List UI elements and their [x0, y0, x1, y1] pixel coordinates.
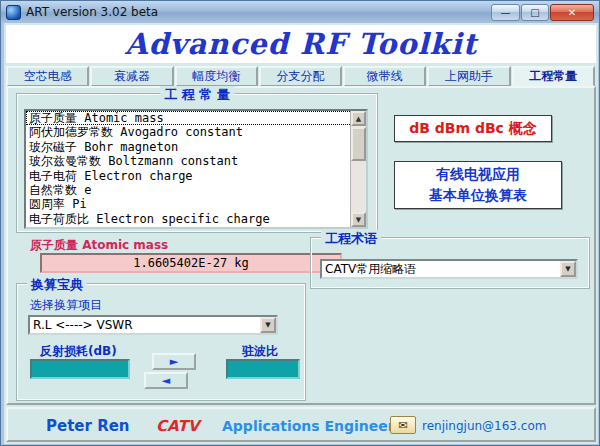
conversion-select-label: 选择换算项目 [30, 297, 102, 314]
constants-group-title: 工 程 常 量 [160, 86, 234, 104]
vswr-label: 驻波比 [242, 343, 278, 360]
email-address: renjingjun@163.com [422, 419, 546, 433]
convert-left-button[interactable]: ◄ [144, 372, 188, 389]
catv-table-line1: 有线电视应用 [436, 164, 520, 185]
selected-constant-label: 原子质量 Atomic mass [30, 237, 168, 254]
minimize-icon: — [501, 7, 511, 18]
minimize-button[interactable]: — [491, 4, 520, 21]
constant-list-item[interactable]: 自然常数 e [26, 183, 366, 197]
tab-internet-helper[interactable]: 上网助手 [427, 66, 510, 87]
tab-microstrip[interactable]: 微带线 [343, 66, 426, 87]
tab-attenuator[interactable]: 衰减器 [90, 66, 173, 87]
author-role: Applications Engineer [222, 418, 395, 434]
conversion-group-title: 换算宝典 [27, 276, 87, 294]
constants-list: 原子质量 Atomic mass 阿伏加德罗常数 Avogadro consta… [24, 109, 368, 229]
constant-value-field[interactable]: 1.6605402E-27 kg [40, 253, 342, 273]
arrow-left-icon: ◄ [162, 375, 170, 387]
tab-air-core-inductor[interactable]: 空芯电感 [6, 66, 89, 87]
constant-list-item[interactable]: 玻尔兹曼常数 Boltzmann constant [26, 154, 366, 168]
titlebar: ART version 3.02 beta — □ ✕ [1, 1, 599, 23]
scrollbar-thumb[interactable] [351, 127, 366, 161]
constant-list-item[interactable]: 阿伏加德罗常数 Avogadro constant [26, 125, 366, 139]
maximize-button[interactable]: □ [521, 4, 549, 21]
email-icon: ✉ [398, 419, 407, 432]
reflection-loss-field[interactable] [30, 359, 130, 379]
conversion-dropdown-value: R.L <----> VSWR [30, 317, 260, 333]
tab-splitter[interactable]: 分支分配 [259, 66, 342, 87]
author-name: Peter Ren [46, 417, 130, 435]
banner: Advanced RF Toolkit [6, 25, 596, 63]
terms-group-title: 工程术语 [321, 230, 381, 248]
catv-brand: CATV [156, 417, 199, 435]
scroll-down-icon[interactable]: ▼ [351, 212, 366, 227]
tab-engineering-constants[interactable]: 工程常量 [512, 66, 595, 87]
constant-list-item[interactable]: 原子质量 Atomic mass [26, 111, 366, 125]
constant-list-item[interactable]: 电子电荷 Electron charge [26, 169, 366, 183]
convert-right-button[interactable]: ► [152, 353, 196, 370]
close-icon: ✕ [568, 7, 576, 18]
chevron-down-icon[interactable]: ▼ [560, 261, 576, 277]
conversion-dropdown[interactable]: R.L <----> VSWR ▼ [28, 315, 278, 335]
reflection-loss-label: 反射损耗(dB) [40, 343, 117, 360]
app-window: ART version 3.02 beta — □ ✕ Advanced RF … [0, 0, 600, 446]
tab-strip: 空芯电感 衰减器 幅度均衡 分支分配 微带线 上网助手 工程常量 [6, 66, 596, 87]
scroll-up-icon[interactable]: ▲ [351, 111, 366, 126]
tab-amplitude-equalizer[interactable]: 幅度均衡 [175, 66, 258, 87]
terms-dropdown-value: CATV常用缩略语 [322, 261, 560, 277]
email-button[interactable]: ✉ [390, 416, 416, 434]
close-button[interactable]: ✕ [550, 4, 594, 21]
terms-dropdown[interactable]: CATV常用缩略语 ▼ [320, 259, 578, 279]
catv-unit-table-button[interactable]: 有线电视应用 基本单位换算表 [394, 161, 562, 209]
window-title: ART version 3.02 beta [26, 5, 491, 19]
constant-list-item[interactable]: 圆周率 Pi [26, 197, 366, 211]
db-concept-button[interactable]: dB dBm dBc 概念 [394, 115, 552, 142]
status-bar: Peter Ren CATV Applications Engineer ✉ r… [6, 407, 596, 442]
constant-list-item[interactable]: 电子荷质比 Electron specific charge [26, 212, 366, 226]
vswr-field[interactable] [226, 359, 300, 379]
list-scrollbar[interactable]: ▲ ▼ [350, 111, 366, 227]
constant-list-item[interactable]: 玻尔磁子 Bohr magneton [26, 140, 366, 154]
catv-table-line2: 基本单位换算表 [429, 185, 527, 206]
db-concept-label: dB dBm dBc 概念 [409, 120, 537, 138]
chevron-down-icon[interactable]: ▼ [260, 317, 276, 333]
client-area: Advanced RF Toolkit 空芯电感 衰减器 幅度均衡 分支分配 微… [4, 23, 598, 444]
maximize-icon: □ [530, 7, 539, 18]
app-icon[interactable] [6, 5, 21, 20]
arrow-right-icon: ► [170, 356, 178, 368]
app-title: Advanced RF Toolkit [125, 27, 477, 61]
